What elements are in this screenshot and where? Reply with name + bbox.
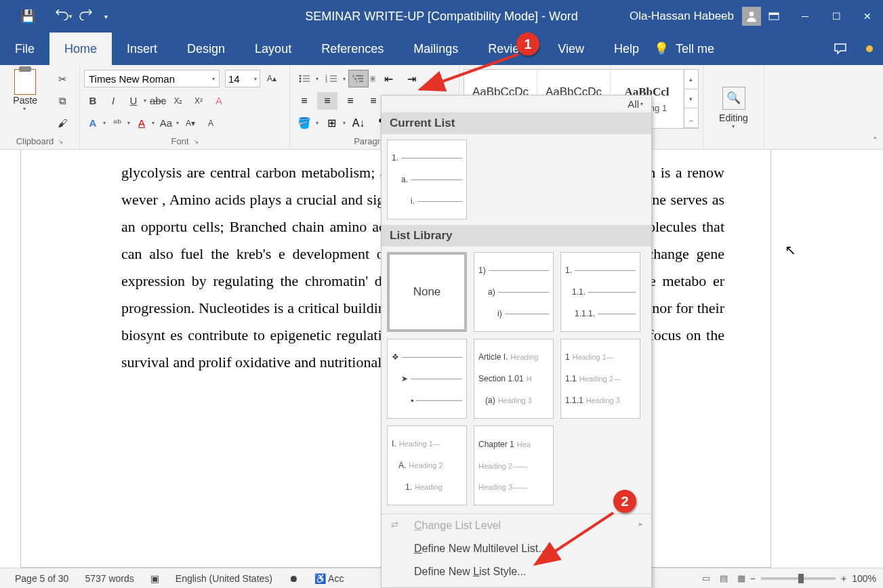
callout-2: 2 bbox=[613, 490, 636, 513]
status-language[interactable]: English (United States) bbox=[167, 573, 281, 584]
decrease-indent-icon[interactable]: ⇤ bbox=[378, 70, 398, 87]
shading-icon[interactable]: 🪣 bbox=[294, 114, 314, 132]
align-center-icon[interactable]: ≡ bbox=[317, 92, 337, 110]
zoom-slider[interactable] bbox=[761, 577, 836, 580]
zoom-in-button[interactable]: + bbox=[841, 573, 846, 584]
gallery-scroll[interactable]: ▴▾⎯ bbox=[684, 70, 697, 128]
font-label: Font bbox=[171, 136, 188, 146]
callout-1: 1 bbox=[516, 33, 539, 56]
redo-icon[interactable] bbox=[79, 9, 92, 23]
font-launcher-icon[interactable]: ↘ bbox=[193, 138, 199, 145]
tile-article[interactable]: Article I.Heading Section 1.01H (a)Headi… bbox=[474, 339, 554, 419]
tell-me[interactable]: 💡 Tell me bbox=[654, 33, 741, 65]
sort-icon[interactable]: A↓ bbox=[348, 114, 369, 132]
tab-file[interactable]: File bbox=[0, 33, 49, 65]
section-current-list: Current List bbox=[382, 112, 651, 134]
minimize-button[interactable]: ─ bbox=[789, 0, 821, 33]
superscript-button[interactable]: X² bbox=[190, 92, 207, 110]
align-right-icon[interactable]: ≡ bbox=[340, 92, 361, 110]
save-icon[interactable]: 💾 bbox=[20, 9, 35, 24]
svg-point-3 bbox=[300, 75, 302, 77]
clipboard-launcher-icon[interactable]: ↘ bbox=[58, 138, 63, 145]
multilevel-list-button[interactable]: 1ai bbox=[348, 70, 369, 87]
menu-define-list-style[interactable]: Define New List Style... bbox=[382, 560, 651, 583]
comments-icon[interactable] bbox=[825, 33, 856, 65]
ribbon-display-icon[interactable] bbox=[758, 0, 789, 33]
qat-customize-icon[interactable]: ▾ bbox=[104, 13, 108, 20]
font-size-selector[interactable]: 14▾ bbox=[225, 70, 260, 87]
recording-indicator bbox=[856, 33, 883, 65]
increase-indent-icon[interactable]: ⇥ bbox=[401, 70, 422, 87]
tab-layout[interactable]: Layout bbox=[240, 33, 306, 65]
shrink-font-icon[interactable]: A▾ bbox=[182, 114, 199, 132]
tab-help[interactable]: Help bbox=[599, 33, 654, 65]
copy-icon[interactable]: ⧉ bbox=[54, 92, 72, 110]
user-name[interactable]: Ola-Hassan Habeeb bbox=[630, 9, 734, 23]
close-button[interactable]: ✕ bbox=[852, 0, 883, 33]
tile-none[interactable]: None bbox=[387, 252, 467, 332]
highlight-icon[interactable]: ᵃᵇ bbox=[108, 114, 126, 132]
status-page[interactable]: Page 5 of 30 bbox=[7, 573, 77, 584]
view-read-icon[interactable]: ▭ bbox=[697, 571, 715, 586]
change-case-icon[interactable]: Aa bbox=[157, 114, 175, 132]
svg-point-5 bbox=[300, 78, 302, 80]
numbering-icon[interactable]: 123 bbox=[321, 70, 342, 87]
subscript-button[interactable]: X₂ bbox=[169, 92, 187, 110]
tab-references[interactable]: References bbox=[306, 33, 398, 65]
status-words[interactable]: 5737 words bbox=[77, 573, 142, 584]
macro-icon[interactable]: ⏺ bbox=[281, 573, 306, 584]
italic-button[interactable]: I bbox=[104, 92, 122, 110]
bullets-icon[interactable] bbox=[294, 70, 314, 87]
bold-button[interactable]: B bbox=[84, 92, 102, 110]
clipboard-label: Clipboard bbox=[16, 136, 54, 146]
spellcheck-icon[interactable]: ▣ bbox=[142, 573, 167, 584]
group-clipboard: Paste ▾ ✂ ⧉ 🖌 Clipboard↘ bbox=[0, 65, 80, 149]
svg-point-0 bbox=[749, 12, 754, 16]
paste-button[interactable]: Paste ▾ bbox=[7, 68, 43, 112]
group-font: Times New Roman▾ 14▾ A▴ B I U▾ abc X₂ X²… bbox=[80, 65, 290, 149]
format-painter-icon[interactable]: 🖌 bbox=[54, 114, 72, 131]
clear-format-icon[interactable]: A bbox=[210, 92, 228, 110]
tile-chapter[interactable]: Chapter 1Hea Heading 2—— Heading 3—— bbox=[474, 425, 554, 505]
clipboard-icon bbox=[14, 69, 36, 95]
accessibility-icon[interactable]: ♿ Acc bbox=[306, 573, 352, 584]
tile-paren-numbers[interactable]: 1) a) i) bbox=[474, 252, 554, 332]
zoom-level[interactable]: 100% bbox=[852, 573, 876, 584]
mouse-cursor-icon: ↖ bbox=[785, 242, 796, 258]
tab-view[interactable]: View bbox=[543, 33, 599, 65]
grow-font-icon[interactable]: A▴ bbox=[263, 70, 281, 87]
svg-point-7 bbox=[300, 81, 302, 83]
strikethrough-button[interactable]: abc bbox=[149, 92, 167, 110]
document-title: SEMINAR WRITE-UP [Compatibility Mode] - … bbox=[305, 9, 577, 24]
tile-num-heading[interactable]: 1Heading 1— 1.1Heading 2— 1.1.1Heading 3 bbox=[560, 339, 640, 419]
view-print-icon[interactable]: ▤ bbox=[715, 571, 733, 586]
undo-icon[interactable] bbox=[56, 9, 69, 23]
text-effects-icon[interactable]: A bbox=[84, 114, 102, 132]
tile-roman-heading[interactable]: I.Heading 1— A.Heading 2 1.Heading bbox=[387, 425, 467, 505]
char-shading-icon[interactable]: A bbox=[202, 114, 220, 132]
collapse-ribbon-icon[interactable]: ˄ bbox=[873, 135, 878, 146]
zoom-out-button[interactable]: − bbox=[750, 573, 756, 584]
tab-insert[interactable]: Insert bbox=[112, 33, 172, 65]
undo-more-icon[interactable]: ▼ bbox=[68, 14, 73, 20]
section-list-library: List Library bbox=[382, 225, 651, 247]
font-name-selector[interactable]: Times New Roman▾ bbox=[84, 70, 220, 87]
borders-icon[interactable]: ⊞ bbox=[321, 114, 342, 132]
font-color-icon[interactable]: A bbox=[133, 114, 150, 132]
maximize-button[interactable]: ☐ bbox=[821, 0, 852, 33]
view-web-icon[interactable]: ▦ bbox=[733, 571, 750, 586]
tab-mailings[interactable]: Mailings bbox=[398, 33, 473, 65]
menu-define-multilevel[interactable]: Define New Multilevel List... bbox=[382, 537, 651, 560]
tab-home[interactable]: Home bbox=[49, 33, 112, 65]
tile-decimal[interactable]: 1. 1.1. 1.1.1. bbox=[560, 252, 640, 332]
ribbon-tabs: File Home Insert Design Layout Reference… bbox=[0, 33, 883, 65]
underline-button[interactable]: U bbox=[125, 92, 142, 110]
tile-current[interactable]: 1. a. i. bbox=[387, 140, 467, 219]
tile-bullets[interactable]: ❖ ➤ ▪ bbox=[387, 339, 467, 419]
cut-icon[interactable]: ✂ bbox=[54, 70, 72, 88]
filter-all[interactable]: All bbox=[628, 98, 639, 110]
group-editing[interactable]: 🔍 Editing ▾ bbox=[703, 65, 764, 149]
tab-design[interactable]: Design bbox=[172, 33, 240, 65]
svg-text:i: i bbox=[356, 79, 357, 83]
align-left-icon[interactable]: ≡ bbox=[294, 92, 314, 110]
